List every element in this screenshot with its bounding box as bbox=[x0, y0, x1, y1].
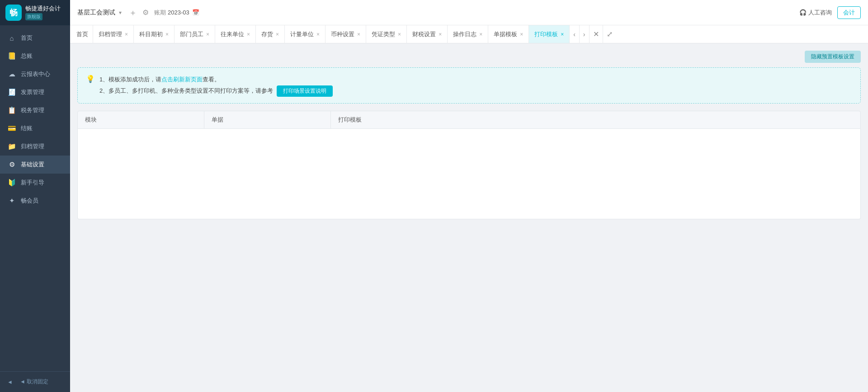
tab-subject-close-icon[interactable]: × bbox=[165, 32, 169, 37]
tab-voucher-label: 凭证类型 bbox=[372, 30, 395, 38]
sidebar-item-closing[interactable]: 💳 结账 bbox=[0, 119, 70, 137]
sidebar-logo: 畅 畅捷通好会计 旗舰版 bbox=[0, 0, 70, 25]
member-icon: ✦ bbox=[7, 197, 16, 205]
tab-print-template[interactable]: 打印模板 × bbox=[529, 25, 570, 43]
closing-icon: 💳 bbox=[7, 124, 16, 132]
period-info: 账期 2023-03 📅 bbox=[154, 9, 199, 17]
tab-prev-button[interactable]: ‹ bbox=[570, 25, 580, 43]
table-col-print-template: 打印模板 bbox=[331, 111, 860, 128]
sidebar-unpin-button[interactable]: ◄ ◄ 取消固定 bbox=[0, 371, 70, 392]
tab-currency[interactable]: 币种设置 × bbox=[326, 25, 366, 43]
period-value: 2023-03 bbox=[168, 9, 189, 16]
info-refresh-link[interactable]: 点击刷新新页面 bbox=[161, 76, 203, 83]
sidebar-item-ledger[interactable]: 📒 总账 bbox=[0, 47, 70, 65]
tab-archive-label: 归档管理 bbox=[99, 30, 122, 38]
tab-archive[interactable]: 归档管理 × bbox=[93, 25, 134, 43]
top-bar: 基层工会测试 ▾ ＋ ⚙ 账期 2023-03 📅 🎧 人工咨询 会计 bbox=[70, 0, 868, 25]
tab-inventory-close-icon[interactable]: × bbox=[276, 32, 279, 37]
info-text: 1、模板添加成功后，请点击刷新新页面查看。 2、多员工、多打印机、多种业务类型设… bbox=[99, 74, 333, 97]
company-chevron-icon: ▾ bbox=[119, 9, 122, 16]
guide-icon: 🔰 bbox=[7, 179, 16, 187]
sidebar-item-label: 新手引导 bbox=[21, 179, 44, 187]
sidebar-item-label: 归档管理 bbox=[21, 142, 44, 151]
sidebar-nav: ⌂ 首页 📒 总账 ☁ 云报表中心 🧾 发票管理 📋 税务管理 💳 结账 📁 归… bbox=[0, 25, 70, 371]
tab-department[interactable]: 部门员工 × bbox=[175, 25, 215, 43]
tab-tax-settings[interactable]: 财税设置 × bbox=[407, 25, 448, 43]
home-icon: ⌂ bbox=[7, 34, 16, 42]
logo-badge: 旗舰版 bbox=[25, 13, 42, 20]
sidebar-item-member[interactable]: ✦ 畅会员 bbox=[0, 192, 70, 210]
tab-unit-label: 计量单位 bbox=[290, 30, 314, 38]
tab-inventory-label: 存货 bbox=[261, 30, 273, 38]
tab-currency-label: 币种设置 bbox=[331, 30, 354, 38]
tab-subject[interactable]: 科目期初 × bbox=[134, 25, 175, 43]
hide-template-button[interactable]: 隐藏预置模板设置 bbox=[805, 51, 861, 63]
account-button[interactable]: 会计 bbox=[837, 6, 861, 19]
explain-button[interactable]: 打印场景设置说明 bbox=[277, 85, 333, 97]
tab-next-button[interactable]: › bbox=[580, 25, 590, 43]
tab-inventory[interactable]: 存货 × bbox=[256, 25, 285, 43]
info-line2-prefix: 2、多员工、多打印机、多种业务类型设置不同打印方案等，请参考 bbox=[99, 85, 273, 97]
table-body bbox=[77, 129, 861, 219]
sidebar-item-label: 税务管理 bbox=[21, 106, 44, 114]
tab-partner[interactable]: 往来单位 × bbox=[215, 25, 256, 43]
top-bar-actions: ＋ ⚙ bbox=[129, 7, 149, 18]
tab-partner-label: 往来单位 bbox=[221, 30, 244, 38]
tab-tax-settings-close-icon[interactable]: × bbox=[439, 32, 442, 37]
company-name: 基层工会测试 bbox=[77, 9, 115, 17]
tab-expand-button[interactable]: ⤢ bbox=[603, 25, 616, 43]
reports-icon: ☁ bbox=[7, 70, 16, 78]
tab-department-close-icon[interactable]: × bbox=[206, 32, 209, 37]
sidebar-item-label: 发票管理 bbox=[21, 88, 44, 96]
table-header: 模块 单据 打印模板 bbox=[77, 111, 861, 129]
tab-unit-close-icon[interactable]: × bbox=[316, 32, 320, 37]
tab-partner-close-icon[interactable]: × bbox=[247, 32, 250, 37]
sidebar-item-reports[interactable]: ☁ 云报表中心 bbox=[0, 65, 70, 83]
tab-voucher[interactable]: 凭证类型 × bbox=[366, 25, 407, 43]
sidebar-item-label: 畅会员 bbox=[21, 197, 38, 205]
sidebar-item-invoice[interactable]: 🧾 发票管理 bbox=[0, 83, 70, 101]
tab-single-template[interactable]: 单据模板 × bbox=[488, 25, 529, 43]
sidebar-item-label: 总账 bbox=[21, 52, 33, 60]
calendar-icon[interactable]: 📅 bbox=[192, 9, 199, 16]
content-area: 隐藏预置模板设置 💡 1、模板添加成功后，请点击刷新新页面查看。 2、多员工、多… bbox=[70, 43, 868, 392]
tab-bar: 首页 归档管理 × 科目期初 × 部门员工 × 往来单位 × 存货 × 计量单位… bbox=[70, 25, 868, 43]
period-label: 账期 bbox=[154, 9, 166, 17]
sidebar-item-home[interactable]: ⌂ 首页 bbox=[0, 29, 70, 47]
tab-log-label: 操作日志 bbox=[453, 30, 476, 38]
tab-currency-close-icon[interactable]: × bbox=[357, 32, 360, 37]
sidebar-item-label: 结账 bbox=[21, 124, 33, 132]
tab-voucher-close-icon[interactable]: × bbox=[398, 32, 401, 37]
tab-home[interactable]: 首页 bbox=[70, 25, 93, 43]
invoice-icon: 🧾 bbox=[7, 88, 16, 96]
company-selector[interactable]: 基层工会测试 ▾ bbox=[77, 9, 122, 17]
tab-single-template-label: 单据模板 bbox=[494, 30, 517, 38]
headset-icon: 🎧 bbox=[799, 9, 807, 16]
info-line1: 1、模板添加成功后，请点击刷新新页面查看。 bbox=[99, 74, 333, 85]
tab-log[interactable]: 操作日志 × bbox=[448, 25, 488, 43]
tab-archive-close-icon[interactable]: × bbox=[125, 32, 128, 37]
service-label: 人工咨询 bbox=[808, 9, 832, 17]
settings-gear-icon[interactable]: ⚙ bbox=[142, 8, 149, 17]
tab-single-template-close-icon[interactable]: × bbox=[520, 32, 523, 37]
sidebar-item-guide[interactable]: 🔰 新手引导 bbox=[0, 174, 70, 192]
service-button[interactable]: 🎧 人工咨询 bbox=[799, 9, 832, 17]
info-box: 💡 1、模板添加成功后，请点击刷新新页面查看。 2、多员工、多打印机、多种业务类… bbox=[77, 67, 861, 104]
tab-unit[interactable]: 计量单位 × bbox=[285, 25, 326, 43]
logo-name: 畅捷通好会计 bbox=[25, 5, 61, 13]
tab-close-all-button[interactable]: ✕ bbox=[590, 25, 603, 43]
tab-department-label: 部门员工 bbox=[180, 30, 203, 38]
sidebar-item-archive[interactable]: 📁 归档管理 bbox=[0, 137, 70, 156]
table-col-module: 模块 bbox=[78, 111, 204, 128]
sidebar-item-settings[interactable]: ⚙ 基础设置 bbox=[0, 156, 70, 174]
main-area: 基层工会测试 ▾ ＋ ⚙ 账期 2023-03 📅 🎧 人工咨询 会计 首页 bbox=[70, 0, 868, 392]
add-tab-button[interactable]: ＋ bbox=[129, 7, 137, 18]
pin-icon: ◄ bbox=[7, 379, 16, 385]
sidebar-item-tax[interactable]: 📋 税务管理 bbox=[0, 101, 70, 119]
tab-print-template-close-icon[interactable]: × bbox=[561, 32, 564, 37]
tab-print-template-label: 打印模板 bbox=[534, 30, 558, 38]
tax-icon: 📋 bbox=[7, 106, 16, 114]
tab-log-close-icon[interactable]: × bbox=[479, 32, 482, 37]
account-label: 会计 bbox=[843, 9, 855, 16]
bulb-icon: 💡 bbox=[86, 75, 95, 83]
